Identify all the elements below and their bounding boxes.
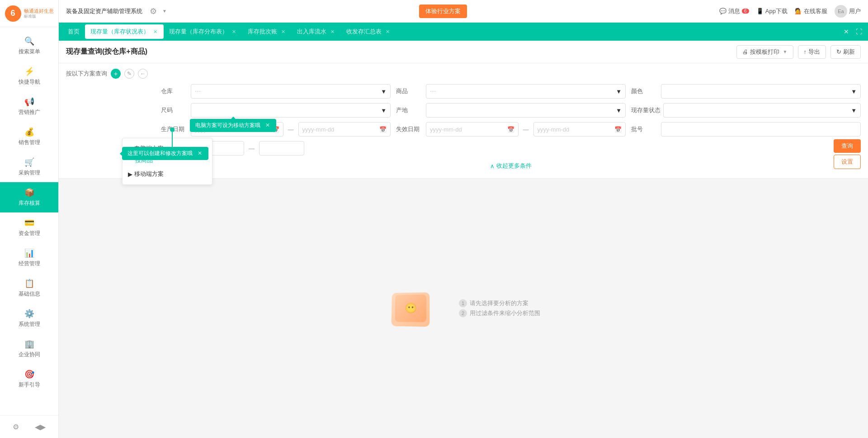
guide-icon: 🎯 xyxy=(24,369,34,379)
try-industry-btn[interactable]: 体验行业方案 xyxy=(419,5,467,18)
tab-bar: 首页 现存量（库存状况表） ✕ 现存量（库存分布表） ✕ 库存批次账 ✕ 出入库… xyxy=(59,23,868,41)
sidebar-item-inventory[interactable]: 📦 库存核算 xyxy=(0,182,58,212)
size-dropdown-icon: ▼ xyxy=(381,107,387,114)
expiry-date-label: 失效日期 xyxy=(396,125,423,133)
prod-date-end[interactable]: yyyy-mm-dd 📅 xyxy=(298,122,391,137)
page-title-bar: 现存量查询(按仓库+商品) 🖨 按模板打印 ▼ ↑ 导出 ↻ 刷新 xyxy=(59,41,868,63)
tooltip-pc-to-mobile: 电脑方案可设为移动方案哦 ✕ xyxy=(190,119,276,132)
expiry-date-start[interactable]: yyyy-mm-dd 📅 xyxy=(426,122,519,137)
tooltip-mid-close-btn[interactable]: ✕ xyxy=(197,150,203,156)
quicknav-icon: ⚡ xyxy=(24,66,34,76)
print-icon: 🖨 xyxy=(742,48,748,55)
product-dots: ··· xyxy=(430,87,436,95)
product-select[interactable]: ··· ▼ xyxy=(426,84,626,99)
warehouse-select[interactable]: ··· ▼ xyxy=(191,84,391,99)
filter-field-warehouse: 仓库 ··· ▼ xyxy=(161,84,391,99)
mobile-scheme-group: ▶ 移动端方案 xyxy=(123,167,212,181)
color-select[interactable]: ▼ xyxy=(661,84,861,99)
calendar-icon: 📅 xyxy=(379,126,387,133)
tab-inventory-dist[interactable]: 现存量（库存分布表） ✕ xyxy=(164,24,242,39)
tab-flow[interactable]: 出入库流水 ✕ xyxy=(292,24,341,39)
sidebar-item-label: 营销推广 xyxy=(19,108,40,116)
tab-inventory-status[interactable]: 现存量（库存状况表） ✕ xyxy=(85,24,164,39)
print-chevron-icon: ▼ xyxy=(783,49,788,54)
scheme-panel: ▶ 电脑端方案 按商品 ▶ 移动端方案 xyxy=(122,138,212,185)
sidebar-item-label: 新手引导 xyxy=(19,381,40,389)
sidebar-bottom: ⚙ ◀▶ xyxy=(0,415,58,438)
calendar-icon: 📅 xyxy=(507,126,514,133)
add-scheme-btn[interactable]: + xyxy=(111,69,121,79)
template-print-btn[interactable]: 🖨 按模板打印 ▼ xyxy=(736,45,793,59)
phone-icon: 📱 xyxy=(756,8,764,14)
sidebar-item-finance[interactable]: 💳 资金管理 xyxy=(0,212,58,243)
logo-text-main: 畅通道好生意 xyxy=(24,8,54,14)
top-header: 装备及固定资产辅助管理系统 ⚙ ▼ 体验行业方案 💬 消息 6 📱 App下载 … xyxy=(59,0,868,23)
refresh-btn[interactable]: ↻ 刷新 xyxy=(830,45,861,59)
origin-label: 产地 xyxy=(396,106,423,114)
logo-area: 6 畅通道好生意 标准版 xyxy=(0,0,58,27)
color-dropdown-icon: ▼ xyxy=(851,88,857,95)
sidebar-item-sales[interactable]: 💰 销售管理 xyxy=(0,122,58,152)
sidebar-item-quicknav[interactable]: ⚡ 快捷导航 xyxy=(0,61,58,91)
sidebar-item-guide[interactable]: 🎯 新手引导 xyxy=(0,364,58,394)
batch-label: 批号 xyxy=(631,125,658,133)
tab-close-icon[interactable]: ✕ xyxy=(280,28,286,35)
fullscreen-btn[interactable]: ⛶ xyxy=(854,26,864,37)
app-download-btn[interactable]: 📱 App下载 xyxy=(756,7,788,15)
page-title: 现存量查询(按仓库+商品) xyxy=(66,47,147,57)
online-service-btn[interactable]: 💁 在线客服 xyxy=(795,7,827,15)
reset-btn[interactable]: 设置 xyxy=(834,155,861,169)
tab-collect[interactable]: 收发存汇总表 ✕ xyxy=(341,24,396,39)
size-label: 尺码 xyxy=(161,106,188,114)
sidebar-item-enterprise[interactable]: 🏢 企业协同 xyxy=(0,334,58,364)
user-area[interactable]: Ea 用户 xyxy=(835,5,861,18)
origin-select[interactable]: ▼ xyxy=(426,103,626,118)
expiry-date-end[interactable]: yyyy-mm-dd 📅 xyxy=(533,122,626,137)
message-icon: 💬 xyxy=(719,8,726,14)
close-all-tabs-btn[interactable]: ✕ xyxy=(841,26,852,37)
sidebar-item-label: 企业协同 xyxy=(19,351,40,358)
stock-qty-end[interactable] xyxy=(259,141,304,155)
sidebar-item-basic[interactable]: 📋 基础信息 xyxy=(0,273,58,303)
tooltip-close-btn[interactable]: ✕ xyxy=(264,122,271,128)
calendar-icon: 📅 xyxy=(614,126,622,133)
back-scheme-btn[interactable]: ← xyxy=(138,69,148,79)
tab-close-icon[interactable]: ✕ xyxy=(231,28,237,35)
sidebar-item-purchase[interactable]: 🛒 采购管理 xyxy=(0,152,58,182)
system-settings-icon[interactable]: ⚙ xyxy=(150,6,157,16)
query-btn[interactable]: 查询 xyxy=(834,139,861,153)
app-download-label: App下载 xyxy=(765,7,788,15)
tab-label: 现存量（库存状况表） xyxy=(90,28,149,36)
tab-close-icon[interactable]: ✕ xyxy=(329,28,335,35)
tab-batch[interactable]: 库存批次账 ✕ xyxy=(242,24,292,39)
warehouse-dots: ··· xyxy=(195,87,201,95)
tab-close-icon[interactable]: ✕ xyxy=(384,28,391,35)
message-btn[interactable]: 💬 消息 6 xyxy=(719,7,749,15)
stock-status-select[interactable]: ▼ xyxy=(663,103,861,118)
system-dropdown-icon[interactable]: ▼ xyxy=(162,9,167,14)
collapse-sidebar-btn[interactable]: ◀▶ xyxy=(35,423,46,431)
edit-scheme-btn[interactable]: ✎ xyxy=(124,69,134,79)
mobile-scheme-title[interactable]: ▶ 移动端方案 xyxy=(123,168,212,180)
marketing-icon: 📢 xyxy=(24,97,34,107)
export-btn[interactable]: ↑ 导出 xyxy=(798,45,826,59)
tab-home[interactable]: 首页 xyxy=(62,24,85,39)
settings-btn[interactable]: ⚙ xyxy=(13,423,19,431)
filter-label: 按以下方案查询 xyxy=(66,70,107,78)
warehouse-dropdown-icon: ▼ xyxy=(381,88,387,95)
sidebar-item-label: 经营管理 xyxy=(19,260,40,268)
stock-status-dropdown-icon: ▼ xyxy=(851,107,857,114)
batch-input[interactable] xyxy=(661,122,861,137)
sidebar-item-label: 快捷导航 xyxy=(19,78,40,86)
collapse-filter-btn[interactable]: ∧ 收起更多条件 xyxy=(161,159,861,173)
tab-close-icon[interactable]: ✕ xyxy=(152,28,158,35)
sales-icon: 💰 xyxy=(24,127,34,137)
user-label: 用户 xyxy=(849,7,861,15)
sidebar-item-system[interactable]: ⚙️ 系统管理 xyxy=(0,303,58,334)
search-btn-group: 查询 设置 xyxy=(834,139,861,169)
sidebar-item-marketing[interactable]: 📢 营销推广 xyxy=(0,91,58,122)
message-badge: 6 xyxy=(742,9,749,14)
sidebar-item-operations[interactable]: 📊 经营管理 xyxy=(0,243,58,273)
size-select[interactable]: ▼ xyxy=(191,103,391,118)
sidebar-item-search[interactable]: 🔍 搜索菜单 xyxy=(0,31,58,61)
